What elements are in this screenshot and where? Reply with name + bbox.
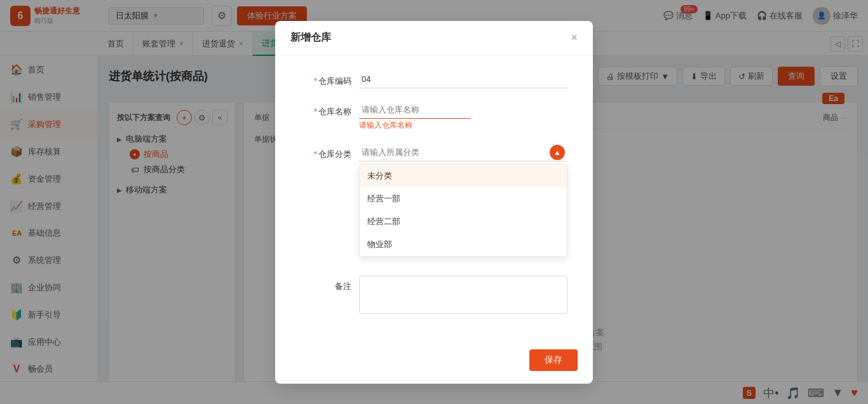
dropdown-option-1[interactable]: 经营一部 [360,187,567,210]
form-row-category: 仓库分类 ▲ 未分类 经营一部 经营二部 物业部 [301,144,567,161]
name-input-wrapper: 请输入仓库名称 [359,101,567,131]
modal-close-btn[interactable]: × [571,31,578,44]
modal-header: 新增仓库 × [275,21,593,55]
category-dropdown-list: 未分类 经营一部 经营二部 物业部 [359,164,567,257]
add-warehouse-modal: 新增仓库 × 仓库编码 仓库名称 请输入仓库名称 仓库分类 [275,21,593,384]
category-dropdown-wrapper: ▲ 未分类 经营一部 经营二部 物业部 [359,144,567,161]
modal-footer: 保存 [275,342,593,384]
name-error-msg: 请输入仓库名称 [359,120,567,131]
form-row-name: 仓库名称 请输入仓库名称 [301,101,567,131]
notes-input[interactable] [359,276,567,314]
save-button[interactable]: 保存 [529,349,578,371]
form-row-code: 仓库编码 [301,71,567,88]
dropdown-option-0[interactable]: 未分类 [360,165,567,187]
dropdown-arrow-btn[interactable]: ▲ [550,145,565,160]
category-label: 仓库分类 [301,144,351,160]
form-row-notes: 备注 [301,276,567,314]
code-label: 仓库编码 [301,71,351,87]
code-input[interactable] [359,71,567,88]
modal-overlay: 新增仓库 × 仓库编码 仓库名称 请输入仓库名称 仓库分类 [0,0,868,404]
notes-label: 备注 [301,276,351,292]
dropdown-option-2[interactable]: 经营二部 [360,210,567,233]
modal-title: 新增仓库 [290,31,331,44]
name-label: 仓库名称 [301,101,351,118]
name-input[interactable] [359,101,471,119]
category-input[interactable] [359,144,567,161]
dropdown-option-3[interactable]: 物业部 [360,233,567,256]
modal-body: 仓库编码 仓库名称 请输入仓库名称 仓库分类 ▲ 未分类 [275,55,593,342]
